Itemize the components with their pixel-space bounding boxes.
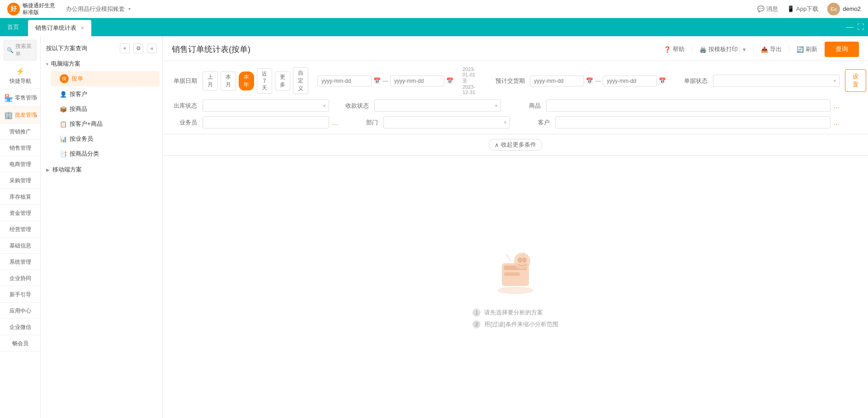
export-btn[interactable]: 📤 导出 [761,45,782,53]
expected-date-from-input[interactable] [530,76,584,86]
filter-area: 单据日期 上月 本月 本年 近7天 更多 自定义 📅 — [163,61,868,134]
sidebar-item-basic[interactable]: 基础信息 [0,238,40,254]
doc-status-label: 单据状态 [682,77,708,85]
settings-scheme-btn[interactable]: ⚙ [133,43,143,53]
scheme-by-customer[interactable]: 👤 按客户 [51,87,160,101]
scheme-by-product-category[interactable]: 📑 按商品分类 [51,147,160,161]
tab-bar: 首页 销售订单统计表 × — ⛶ [0,18,868,36]
date-to-calendar-icon[interactable]: 📅 [446,77,453,84]
tab-home[interactable]: 首页 [0,18,26,36]
tab-maximize-btn[interactable]: ⛶ [857,23,864,31]
main-layout: 🔍 搜索菜单 ⚡ 快捷导航 🏪 零售管理 ▾ 🏢 批发管理 ▴ 营销推广 销售管… [0,36,868,418]
expected-from-calendar-icon[interactable]: 📅 [586,77,593,84]
sidebar-item-newbie[interactable]: 新手引导 [0,286,40,303]
salesperson-ellipsis-btn[interactable]: … [332,119,338,126]
date-btn-last-month[interactable]: 上月 [203,71,218,90]
date-btn-last-7-days[interactable]: 近7天 [257,68,272,94]
sidebar-item-marketing[interactable]: 营销推广 [0,124,40,140]
logo-area: 好 畅捷通好生意 标准版 [7,2,55,15]
pc-scheme-header[interactable]: ▾ 电脑端方案 [41,57,162,71]
mobile-scheme-section: ▶ 移动端方案 [41,163,162,176]
goods-label: 商品 [515,102,541,110]
sidebar-item-sales[interactable]: 销售管理 [0,140,40,156]
date-btn-this-year[interactable]: 本年 [239,71,254,90]
search-label: 搜索菜单 [15,43,33,58]
date-range-hint: 2023-01-01 至 2023-12-31 [462,66,479,95]
scheme-by-order[interactable]: 按 按单 [51,71,160,86]
svg-line-7 [506,254,511,261]
scheme-by-product[interactable]: 📦 按商品 [51,102,160,116]
hint-number-2: 2 [472,320,481,328]
add-scheme-btn[interactable]: + [120,43,130,53]
by-order-label: 按单 [71,75,83,83]
sidebar-item-wechat[interactable]: 企业微信 [0,319,40,335]
sidebar-item-retail[interactable]: 🏪 零售管理 ▾ [0,89,40,106]
date-btn-more[interactable]: 更多 [275,71,290,90]
goods-input[interactable] [546,100,830,112]
sidebar-item-enterprise[interactable]: 企业协同 [0,270,40,286]
date-btn-this-month[interactable]: 本月 [221,71,236,90]
tab-sales-stats[interactable]: 销售订单统计表 × [28,20,91,36]
by-customer-product-icon: 📋 [60,121,67,128]
collapse-more-btn[interactable]: ∧ 收起更多条件 [489,139,542,151]
department-select[interactable] [383,116,510,128]
expected-date-to-input[interactable] [603,76,657,86]
logo-text: 畅捷通好生意 标准版 [23,2,55,15]
user-name: demo2 [843,5,861,12]
customer-input[interactable] [555,116,830,128]
retail-expand-icon: ▾ [35,96,38,100]
expected-to-calendar-icon[interactable]: 📅 [659,77,666,84]
scheme-by-salesperson[interactable]: 📊 按业务员 [51,132,160,146]
sidebar-item-quick-nav[interactable]: ⚡ 快捷导航 [0,62,40,89]
tab-minimize-btn[interactable]: — [846,23,854,31]
app-download-icon: 📱 [787,5,794,12]
date-btn-custom[interactable]: 自定义 [293,67,308,94]
avatar: Ea [827,3,840,15]
tab-close-btn[interactable]: × [81,25,84,31]
date-from-calendar-icon[interactable]: 📅 [373,77,381,84]
user-area[interactable]: Ea demo2 [827,3,861,15]
sidebar-item-member[interactable]: 畅会员 [0,335,40,352]
goods-input-wrapper: … [546,100,840,112]
print-btn-label: 按模板打印 [708,45,738,53]
by-order-icon: 按 [60,74,69,83]
sidebar-item-operations[interactable]: 经营管理 [0,221,40,238]
department-wrapper: ▾ [383,116,510,128]
print-dropdown-icon[interactable]: ▾ [740,46,746,53]
left-panel-title: 按以下方案查询 [46,44,87,52]
sidebar-item-ecommerce[interactable]: 电商管理 [0,156,40,172]
customer-ellipsis-btn[interactable]: … [833,119,840,126]
collapse-panel-btn[interactable]: « [147,43,157,53]
payment-status-select[interactable] [374,100,501,112]
app-title-dropdown[interactable]: ▾ [128,6,131,11]
refresh-btn[interactable]: 🔄 刷新 [797,45,817,53]
salesperson-input[interactable] [203,116,329,128]
sidebar-item-system[interactable]: 系统管理 [0,254,40,270]
settings-button[interactable]: 设置 [845,69,866,92]
scheme-by-customer-product[interactable]: 📋 按客户+商品 [51,117,160,131]
doc-status-select[interactable] [713,75,840,87]
sidebar-item-inventory[interactable]: 库存核算 [0,189,40,205]
sidebar-item-purchase[interactable]: 采购管理 [0,172,40,189]
help-btn[interactable]: ❓ 帮助 [664,45,684,53]
page-header-actions: ❓ 帮助 🖨️ 按模板打印 ▾ 📤 导出 🔄 [664,42,859,57]
query-button[interactable]: 查询 [825,42,859,57]
date-from-input[interactable] [317,76,372,86]
app-download-action[interactable]: 📱 App下载 [787,5,818,13]
svg-rect-3 [504,272,520,276]
sidebar-item-app-center[interactable]: 应用中心 [0,303,40,319]
sidebar-item-finance[interactable]: 资金管理 [0,205,40,221]
message-action[interactable]: 💬 消息 [757,5,778,13]
filter-row-2: 出库状态 ▾ 收款状态 ▾ [172,100,840,112]
svg-point-0 [497,287,533,294]
department-label: 部门 [353,119,378,127]
mobile-scheme-header[interactable]: ▶ 移动端方案 [41,163,162,176]
date-to-input[interactable] [390,76,444,86]
sidebar-item-wholesale[interactable]: 🏢 批发管理 ▴ [0,106,40,124]
delivery-status-select[interactable] [203,100,329,112]
print-btn[interactable]: 🖨️ 按模板打印 ▾ [699,45,746,53]
goods-ellipsis-btn[interactable]: … [833,102,840,109]
sidebar-search-btn[interactable]: 🔍 搜索菜单 [4,40,37,61]
filter-action-buttons: 设置 [845,66,866,92]
pc-scheme-title: 电脑端方案 [51,60,80,68]
